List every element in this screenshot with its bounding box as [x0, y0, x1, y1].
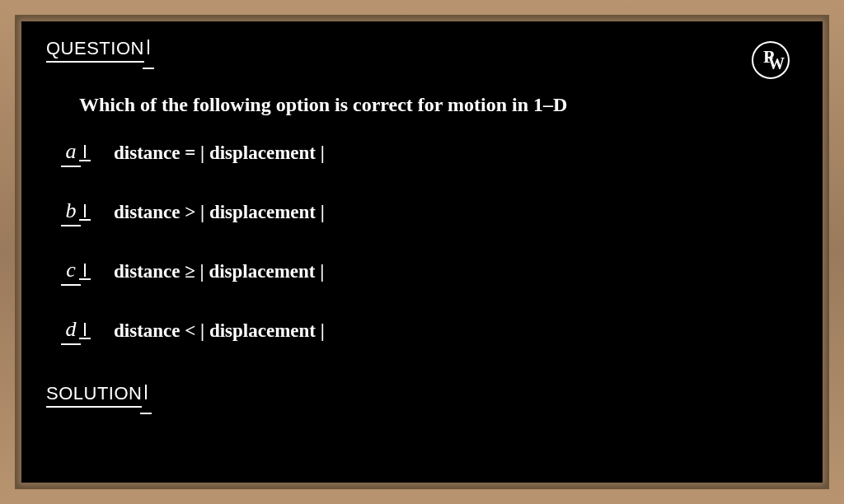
- option-text-a: distance = | displacement |: [114, 142, 325, 164]
- option-text-b: distance > | displacement |: [114, 202, 325, 223]
- logo-letter-w: W: [768, 54, 785, 73]
- option-text-d: distance < | displacement |: [114, 320, 325, 342]
- tick-mark-icon: [79, 143, 94, 163]
- frame-outer: QUESTION P W Which of the following opti…: [0, 0, 844, 504]
- frame-mid: QUESTION P W Which of the following opti…: [15, 15, 829, 489]
- solution-heading: SOLUTION: [46, 383, 142, 408]
- question-text: Which of the following option is correct…: [79, 94, 798, 116]
- option-c: c distance ≥ | displacement |: [61, 258, 798, 286]
- option-label-d: d: [61, 317, 81, 345]
- options-list: a distance = | displacement | b distance…: [61, 139, 798, 345]
- tick-mark-icon: [79, 321, 94, 341]
- option-b: b distance > | displacement |: [61, 198, 798, 226]
- tick-mark-icon: [140, 390, 155, 408]
- option-a: a distance = | displacement |: [61, 139, 798, 167]
- brand-logo: P W: [752, 41, 790, 79]
- tick-mark-icon: [143, 44, 157, 63]
- tick-mark-icon: [79, 203, 94, 222]
- solution-label-wrap: SOLUTION: [46, 376, 798, 408]
- question-label-wrap: QUESTION: [46, 38, 157, 63]
- option-label-a: a: [61, 139, 81, 167]
- question-heading: QUESTION: [46, 38, 144, 63]
- option-label-c: c: [61, 258, 81, 286]
- option-label-b: b: [61, 198, 81, 226]
- header-row: QUESTION P W: [46, 38, 798, 79]
- blackboard: QUESTION P W Which of the following opti…: [21, 21, 823, 483]
- option-text-c: distance ≥ | displacement |: [114, 261, 324, 282]
- option-d: d distance < | displacement |: [61, 317, 798, 345]
- tick-mark-icon: [79, 262, 94, 282]
